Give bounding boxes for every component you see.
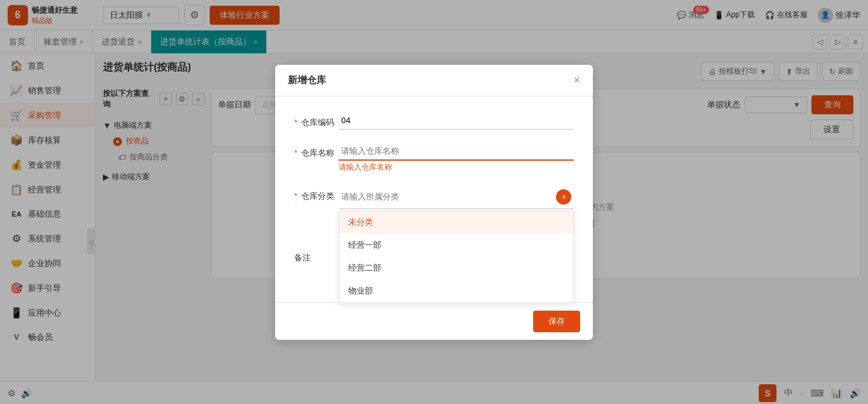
warehouse-category-select[interactable]: ∧ (339, 185, 574, 209)
warehouse-code-label: * 仓库编码 (294, 112, 339, 128)
warehouse-name-row: * 仓库名称 请输入仓库名称 (294, 142, 574, 173)
warehouse-code-row: * 仓库编码 (294, 112, 574, 130)
warehouse-category-row: * 仓库分类 ∧ 未分类 经营一部 经营二部 物业部 (294, 185, 574, 209)
modal-footer: 保存 (275, 302, 593, 340)
warehouse-category-control: ∧ (339, 185, 574, 209)
modal-overlay: 新增仓库 × * 仓库编码 * 仓库名称 (0, 0, 868, 404)
warehouse-code-control (339, 112, 574, 130)
modal-header: 新增仓库 × (275, 65, 593, 97)
new-warehouse-modal: 新增仓库 × * 仓库编码 * 仓库名称 (275, 65, 593, 340)
dropdown-item-dept1[interactable]: 经营一部 (339, 234, 573, 257)
category-dropdown-icon[interactable]: ∧ (556, 189, 571, 205)
modal-body: * 仓库编码 * 仓库名称 请输入仓库名称 (275, 97, 593, 302)
dropdown-item-property[interactable]: 物业部 (339, 279, 573, 302)
dropdown-item-dept2[interactable]: 经营二部 (339, 257, 573, 279)
modal-title: 新增仓库 (288, 74, 326, 86)
warehouse-name-error: 请输入仓库名称 (339, 162, 574, 173)
warehouse-code-input[interactable] (339, 112, 574, 130)
warehouse-name-label: * 仓库名称 (294, 142, 339, 159)
modal-close-button[interactable]: × (573, 74, 580, 87)
category-input[interactable] (341, 192, 556, 201)
warehouse-name-control: 请输入仓库名称 (339, 142, 574, 173)
warehouse-name-input[interactable] (339, 142, 574, 161)
warehouse-category-label: * 仓库分类 (294, 185, 339, 202)
dropdown-item-uncategorized[interactable]: 未分类 (339, 211, 573, 234)
warehouse-note-label: 备注 (294, 247, 339, 264)
category-dropdown-list: 未分类 经营一部 经营二部 物业部 (339, 210, 574, 303)
save-button[interactable]: 保存 (533, 311, 580, 332)
